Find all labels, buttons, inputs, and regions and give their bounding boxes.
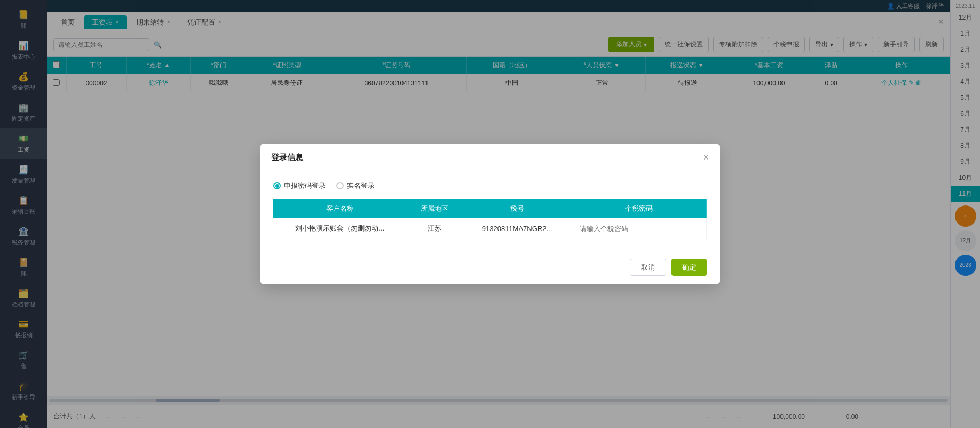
dialog-table-row: 刘小艳演示账套（勿删勿动... 江苏 91320811MA7NGR2...: [273, 218, 707, 239]
dialog-cell-password[interactable]: [572, 218, 706, 239]
dialog-col-password: 个税密码: [572, 199, 706, 218]
tax-password-input[interactable]: [580, 225, 699, 233]
dialog-client-table: 客户名称 所属地区 税号 个税密码 刘小艳演示账套（勿删勿动... 江苏 913…: [273, 199, 707, 239]
radio-realname-circle: [336, 182, 344, 189]
radio-realname-label: 实名登录: [347, 181, 375, 191]
dialog-col-tax-no: 税号: [462, 199, 572, 218]
radio-password-label: 申报密码登录: [284, 181, 326, 191]
dialog-cell-tax-no: 91320811MA7NGR2...: [462, 218, 572, 239]
confirm-button[interactable]: 确定: [671, 259, 707, 276]
dialog-title: 登录信息: [271, 153, 303, 163]
dialog-overlay: 登录信息 × 申报密码登录 实名登录 客户名称 所属地区: [0, 0, 980, 428]
dialog-cell-client-name: 刘小艳演示账套（勿删勿动...: [273, 218, 407, 239]
dialog-cell-region: 江苏: [407, 218, 462, 239]
login-dialog: 登录信息 × 申报密码登录 实名登录 客户名称 所属地区: [260, 144, 720, 284]
login-type-radio-group: 申报密码登录 实名登录: [273, 181, 707, 191]
radio-realname-login[interactable]: 实名登录: [336, 181, 375, 191]
dialog-body: 申报密码登录 实名登录 客户名称 所属地区 税号 个税密码: [260, 170, 720, 250]
cancel-button[interactable]: 取消: [630, 259, 666, 276]
dialog-close-button[interactable]: ×: [703, 152, 709, 163]
radio-password-login[interactable]: 申报密码登录: [273, 181, 326, 191]
radio-password-circle: [273, 182, 281, 189]
dialog-col-client-name: 客户名称: [273, 199, 407, 218]
dialog-col-region: 所属地区: [407, 199, 462, 218]
dialog-footer: 取消 确定: [260, 250, 720, 284]
dialog-header: 登录信息 ×: [260, 144, 720, 170]
